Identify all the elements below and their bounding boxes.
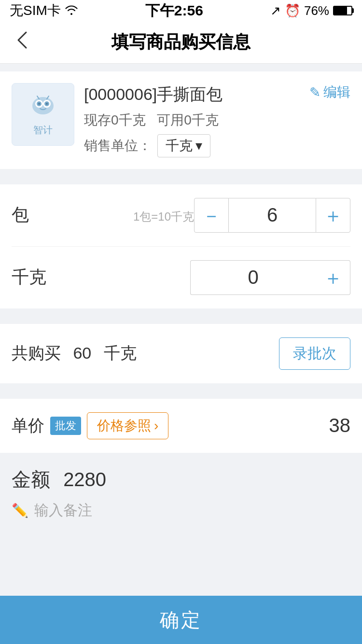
battery-icon [333, 6, 352, 15]
plus-icon: ＋ [323, 206, 343, 225]
carrier-label: 无SIM卡 [10, 1, 61, 20]
product-unit-row: 销售单位： 千克 ▾ [84, 134, 350, 157]
svg-point-6 [46, 103, 48, 105]
kg-label: 千克 [12, 267, 46, 287]
unit-select[interactable]: 千克 ▾ [157, 134, 210, 157]
product-name: [0000006]手撕面包 [84, 83, 223, 106]
summary-section: 共购买 60 千克 录批次 [0, 324, 362, 383]
price-value: 38 [329, 415, 351, 436]
package-minus-button[interactable]: － [194, 198, 229, 233]
product-card: 智计 [0000006]手撕面包 ✎ 编辑 现存0千克 可用0千克 销售单位： … [0, 71, 362, 169]
dropdown-icon: ▾ [195, 138, 202, 154]
kg-qty-input[interactable] [190, 260, 316, 295]
divider-2 [0, 308, 362, 316]
back-button[interactable] [12, 26, 33, 59]
price-label-group: 单价 批发 价格参照 › [12, 412, 168, 439]
batch-tag: 批发 [50, 417, 81, 435]
kg-qty-controls: ＋ [190, 260, 350, 295]
divider-3 [0, 383, 362, 391]
record-batch-button[interactable]: 录批次 [279, 337, 350, 370]
plus-icon-kg: ＋ [323, 268, 343, 287]
remark-placeholder: 输入备注 [34, 501, 92, 520]
pencil-icon: ✏️ [12, 503, 28, 518]
product-info: [0000006]手撕面包 ✎ 编辑 现存0千克 可用0千克 销售单位： 千克 … [84, 83, 350, 157]
status-left: 无SIM卡 [10, 1, 78, 20]
package-qty-row: 包 1包=10千克 － ＋ [12, 184, 350, 247]
kg-plus-button[interactable]: ＋ [316, 260, 350, 295]
product-logo-icon [28, 92, 57, 122]
svg-point-5 [38, 103, 40, 105]
page-title: 填写商品购买信息 [111, 30, 251, 54]
kg-qty-row: 千克 ＋ [12, 247, 350, 308]
package-label: 包 [12, 203, 125, 227]
package-qty-controls: － ＋ [194, 198, 350, 233]
battery-percent: 76% [304, 3, 329, 18]
ref-arrow-icon: › [154, 418, 158, 434]
product-stock: 现存0千克 可用0千克 [84, 111, 350, 129]
package-plus-button[interactable]: ＋ [316, 198, 350, 233]
location-icon: ↗ [270, 3, 281, 18]
price-ref-button[interactable]: 价格参照 › [87, 412, 168, 439]
status-time: 下午2:56 [145, 1, 203, 21]
status-bar: 无SIM卡 下午2:56 ↗ ⏰ 76% [0, 0, 362, 21]
bottom-spacer [0, 528, 362, 576]
qty-section: 包 1包=10千克 － ＋ 千克 ＋ [0, 184, 362, 308]
edit-icon: ✎ [309, 84, 320, 100]
nav-bar: 填写商品购买信息 [0, 21, 362, 64]
remark-row[interactable]: ✏️ 输入备注 [12, 501, 350, 520]
divider-1 [0, 169, 362, 177]
price-row: 单价 批发 价格参照 › 38 [12, 412, 350, 439]
amount-section: 金额 2280 ✏️ 输入备注 [0, 453, 362, 528]
summary-text: 共购买 60 千克 [12, 342, 137, 364]
confirm-button[interactable]: 确定 [0, 596, 362, 644]
wifi-icon [65, 3, 78, 18]
product-thumbnail: 智计 [12, 83, 74, 146]
brand-label: 智计 [33, 124, 53, 137]
svg-point-0 [32, 97, 54, 114]
edit-button[interactable]: ✎ 编辑 [309, 83, 350, 101]
alarm-icon: ⏰ [285, 3, 300, 18]
amount-row: 金额 2280 [12, 466, 350, 493]
minus-icon: － [202, 206, 221, 225]
status-right: ↗ ⏰ 76% [270, 3, 352, 18]
package-hint: 1包=10千克 [133, 209, 194, 224]
price-section: 单价 批发 价格参照 › 38 [0, 399, 362, 453]
price-label: 单价 [12, 415, 44, 437]
package-qty-input[interactable] [229, 198, 316, 233]
